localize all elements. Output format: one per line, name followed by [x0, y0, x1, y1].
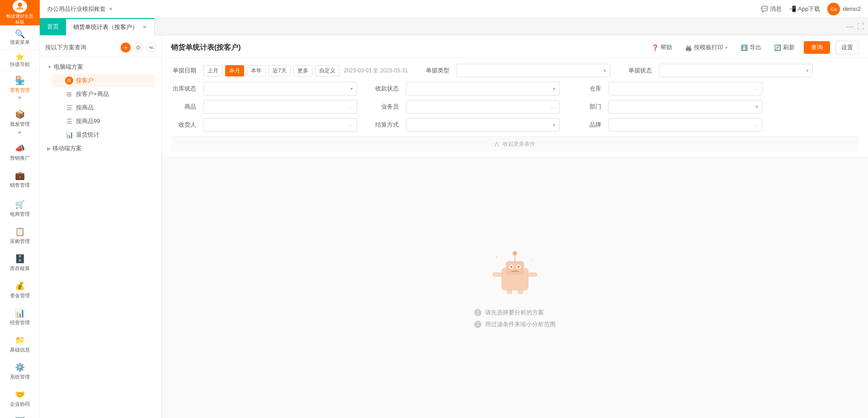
- export-label: 导出: [750, 43, 761, 52]
- logo-icon: [13, 0, 27, 13]
- date-range-text: 2023-03-01 至 2023-03-31: [344, 67, 408, 75]
- tab-close-btn[interactable]: ✕: [142, 24, 147, 30]
- home-tab-label: 首页: [47, 23, 59, 31]
- tree-section: ▼ 电脑端方案 按 按客户 ⊞ 按客户+商品 ☰ 按商品: [40, 60, 161, 155]
- order-type-select[interactable]: ▾: [457, 64, 610, 77]
- app-download-btn[interactable]: 📲 App下载: [789, 5, 820, 13]
- return-stats-icon: 📊: [65, 131, 73, 139]
- brand-label: 品牌: [576, 121, 601, 129]
- sales-label: 销售管理: [10, 182, 30, 189]
- sidebar-item-ecommerce[interactable]: 🛒 电商管理: [0, 195, 40, 222]
- sidebar-item-system[interactable]: ⚙️ 系统管理: [0, 358, 40, 385]
- tab-maximize-btn[interactable]: ⛶: [857, 23, 864, 31]
- tree-item-return-stats[interactable]: 📊 退货统计: [52, 128, 154, 142]
- print-btn[interactable]: 🖨️ 按模板打印 ▾: [681, 42, 731, 53]
- sidebar-logo[interactable]: 畅捷通好生意 标版: [0, 0, 40, 25]
- finance-icon: 💰: [15, 281, 25, 291]
- add-scheme-btn[interactable]: +: [121, 43, 131, 52]
- last7-btn[interactable]: 近7天: [269, 65, 291, 76]
- user-name: demo2: [843, 5, 861, 12]
- product-input[interactable]: ···: [203, 100, 357, 114]
- tab-minimize-btn[interactable]: —: [846, 23, 854, 31]
- last-month-btn[interactable]: 上月: [203, 65, 222, 76]
- sidebar-item-operations[interactable]: 📊 经营管理: [0, 304, 40, 331]
- tree-item-by-customer[interactable]: 按 按客户: [52, 74, 154, 87]
- query-btn[interactable]: 查询: [804, 41, 830, 54]
- tree-mobile-parent[interactable]: ▶ 移动端方案: [43, 142, 158, 155]
- right-panel: 销货单统计表(按客户) ❓ 帮助 🖨️ 按模板打印 ▾ ⬇️ 导出: [162, 35, 868, 418]
- sidebar-quick-nav[interactable]: ⭐ 快捷导航: [0, 50, 40, 71]
- report-tab-label: 销货单统计表（按客户）: [73, 23, 138, 31]
- left-panel-title: 按以下方案查询: [45, 43, 118, 52]
- payment-status-label: 收款状态: [373, 85, 399, 93]
- warehouse-label: 仓库: [576, 85, 601, 93]
- custom-date-btn[interactable]: 自定义: [315, 65, 340, 76]
- sidebar-item-purchase[interactable]: 📋 采购管理: [0, 222, 40, 249]
- svg-text:✦: ✦: [497, 266, 499, 268]
- collapse-bar[interactable]: ⋀ 收起更多条件: [171, 136, 859, 152]
- more-date-btn[interactable]: 更多: [293, 65, 312, 76]
- svg-rect-10: [492, 272, 502, 277]
- by-product-label: 按商品: [76, 104, 94, 112]
- sidebar-item-basic[interactable]: 📁 基础信息: [0, 331, 40, 358]
- order-status-arrow: ▾: [806, 68, 809, 74]
- out-status-arrow: ▾: [350, 86, 353, 92]
- out-status-select[interactable]: ▾: [203, 82, 357, 95]
- sidebar-item-newuser[interactable]: 🆕 新手引导: [0, 412, 40, 418]
- refresh-icon: 🔄: [774, 44, 781, 51]
- tree-item-by-customer-product[interactable]: ⊞ 按客户+商品: [52, 87, 154, 101]
- tab-report[interactable]: 销货单统计表（按客户） ✕: [66, 18, 155, 35]
- collapse-left-btn[interactable]: ≪: [146, 43, 156, 52]
- payment-status-arrow: ▾: [553, 86, 556, 92]
- tree-item-by-product99[interactable]: ☰ 按商品99: [52, 114, 154, 128]
- message-btn[interactable]: 💬 消息: [761, 5, 782, 13]
- sidebar-item-retail[interactable]: 🏪 零售管理 ▼: [0, 71, 40, 105]
- message-icon: 💬: [761, 5, 768, 12]
- tree-item-by-product[interactable]: ☰ 按商品: [52, 101, 154, 114]
- department-select[interactable]: ▾: [609, 100, 762, 114]
- ecommerce-label: 电商管理: [10, 211, 30, 218]
- wholesale-icon: 📦: [15, 109, 25, 119]
- tree-desktop-parent[interactable]: ▼ 电脑端方案: [43, 60, 158, 74]
- payment-status-select[interactable]: ▾: [406, 82, 560, 95]
- sidebar-search-menu[interactable]: 🔍 搜索菜单: [0, 25, 40, 50]
- app-title: 畅捷通好生意: [6, 14, 33, 19]
- tip-num-1: 1: [474, 309, 481, 316]
- order-status-label: 单据状态: [627, 66, 652, 75]
- settings-btn[interactable]: 设置: [835, 41, 859, 54]
- settings-scheme-btn[interactable]: ⚙: [133, 43, 143, 52]
- sidebar-item-sales[interactable]: 💼 销售管理: [0, 166, 40, 193]
- purchase-label: 采购管理: [10, 238, 30, 245]
- by-product99-icon: ☰: [65, 117, 73, 125]
- this-month-btn[interactable]: 本月: [225, 65, 244, 76]
- this-year-btn[interactable]: 本年: [247, 65, 266, 76]
- export-btn[interactable]: ⬇️ 导出: [737, 42, 765, 53]
- help-btn[interactable]: ❓ 帮助: [648, 42, 676, 53]
- industry-dropdown-icon[interactable]: ▾: [109, 5, 113, 12]
- marketing-label: 营销推广: [10, 155, 30, 162]
- salesperson-more-icon: ···: [551, 104, 556, 110]
- date-label: 单据日期: [171, 66, 196, 75]
- operations-label: 经营管理: [10, 319, 30, 326]
- wholesale-chevron: ▲: [17, 129, 22, 134]
- finance-label: 资金管理: [10, 292, 30, 299]
- department-label: 部门: [576, 103, 601, 111]
- filter-row-2: 出库状态 ▾ 收款状态 ▾ 仓库 ···: [171, 82, 859, 95]
- left-panel: 按以下方案查询 + ⚙ ≪ ▼ 电脑端方案 按 按客户 ⊞: [40, 35, 162, 418]
- receiver-input[interactable]: ···: [203, 118, 357, 132]
- sidebar-item-enterprise[interactable]: 🤝 企业协同: [0, 385, 40, 412]
- sidebar-item-finance[interactable]: 💰 资金管理: [0, 276, 40, 304]
- message-label: 消息: [770, 5, 782, 13]
- salesperson-input[interactable]: ···: [406, 100, 560, 114]
- sidebar-item-marketing[interactable]: 📣 营销推广: [0, 139, 40, 166]
- brand-input[interactable]: ···: [609, 118, 762, 132]
- settlement-select[interactable]: ▾: [406, 118, 560, 132]
- sidebar-item-inventory[interactable]: 🗄️ 库存核算: [0, 249, 40, 276]
- user-menu[interactable]: Ea demo2: [827, 3, 861, 15]
- filter-row-1: 单据日期 上月 本月 本年 近7天 更多 自定义 2023-03-01 至 20…: [171, 64, 859, 77]
- order-status-select[interactable]: ▾: [659, 64, 813, 77]
- warehouse-input[interactable]: ···: [609, 82, 762, 95]
- refresh-btn[interactable]: 🔄 刷新: [770, 42, 798, 53]
- sidebar-item-wholesale[interactable]: 📦 批发管理 ▲: [0, 105, 40, 139]
- tab-home[interactable]: 首页: [40, 18, 66, 35]
